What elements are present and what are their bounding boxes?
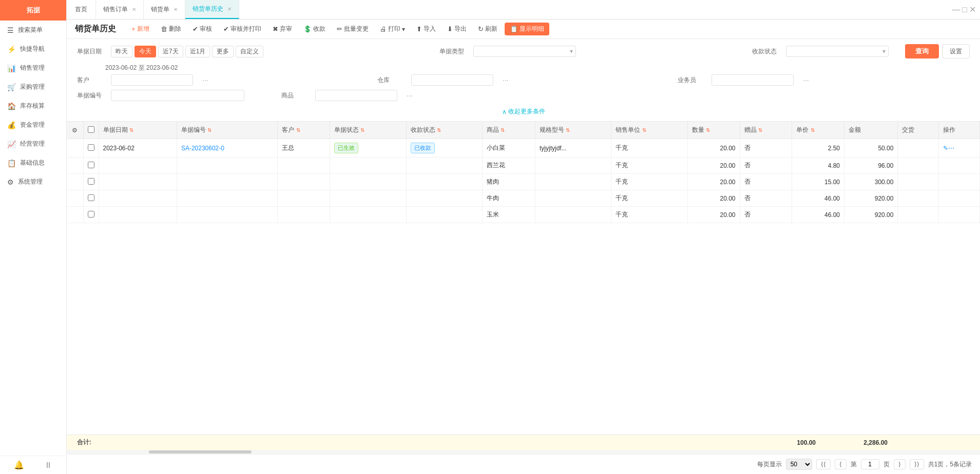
date-btn-today[interactable]: 今天 [134,46,156,57]
last-page-button[interactable]: ⟩⟩ [910,459,924,469]
col-doc-date[interactable]: 单据日期 ⇅ [99,122,177,139]
salesperson-input[interactable] [712,74,794,86]
import-button[interactable]: ⬆ 导入 [412,23,440,35]
add-button[interactable]: + 新增 [127,23,153,35]
sort-icon: ⇅ [437,127,441,133]
per-page-select[interactable]: 50 100 [786,459,812,470]
tabs-bar: 首页 销售订单 ✕ 销货单 ✕ 销货单历史 ✕ — □ ✕ [67,0,980,19]
col-qty[interactable]: 数量 ⇅ [687,122,740,139]
date-btn-more[interactable]: 更多 [212,46,234,57]
row-checkbox[interactable] [88,211,94,218]
audit-print-button[interactable]: ✔ 审核并打印 [219,23,265,35]
sidebar-item-ops[interactable]: 📈 经营管理 [0,134,66,153]
tab-sales-order[interactable]: 销售订单 ✕ [96,0,144,19]
salesperson-ellipsis[interactable]: ··· [803,76,809,84]
pause-icon[interactable]: ⏸ [44,461,52,470]
doc-type-select[interactable] [473,46,576,57]
row-doc-no[interactable] [177,190,278,207]
next-page-button[interactable]: ⟩ [894,459,906,469]
row-checkbox[interactable] [88,162,94,168]
page-number-input[interactable] [861,459,879,469]
col-price[interactable]: 单价 ⇅ [792,122,844,139]
minimize-icon[interactable]: — [952,5,960,14]
row-doc-no[interactable] [177,174,278,190]
sidebar: 拓据 ☰ 搜索菜单 ⚡ 快捷导航 📊 销售管理 🛒 采购管理 🏠 库存核算 💰 … [0,0,67,474]
tab-sales-goods[interactable]: 销货单 ✕ [144,0,185,19]
warehouse-ellipsis[interactable]: ··· [503,76,509,84]
col-check[interactable] [83,122,99,139]
row-checkbox[interactable] [88,178,94,185]
sidebar-item-basic[interactable]: 📋 基础信息 [0,153,66,172]
abandon-button[interactable]: ✖ 弃审 [268,23,296,35]
collapse-button[interactable]: ∧ 收起更多条件 [77,105,970,118]
row-checkbox[interactable] [88,194,94,201]
row-gift: 否 [740,174,792,190]
print-button[interactable]: 🖨 打印 ▾ [376,23,409,35]
col-doc-status[interactable]: 单据状态 ⇅ [330,122,406,139]
date-btn-custom[interactable]: 自定义 [236,46,263,57]
col-collect-status[interactable]: 收款状态 ⇅ [406,122,482,139]
customer-input[interactable] [111,74,193,86]
col-doc-no[interactable]: 单据编号 ⇅ [177,122,278,139]
date-btn-7days[interactable]: 近7天 [158,46,183,57]
sidebar-item-inventory[interactable]: 🏠 库存核算 [0,96,66,115]
col-customer[interactable]: 客户 ⇅ [278,122,330,139]
sidebar-item-search-menu[interactable]: ☰ 搜索菜单 [0,21,66,40]
batch-change-button[interactable]: ✏ 批量变更 [333,23,373,35]
export-button[interactable]: ⬇ 导出 [443,23,471,35]
sidebar-item-sys[interactable]: ⚙ 系统管理 [0,172,66,191]
collect-button[interactable]: 💲 收款 [299,23,330,35]
sidebar-item-finance[interactable]: 💰 资金管理 [0,115,66,134]
col-unit[interactable]: 销售单位 ⇅ [611,122,687,139]
scrollbar-thumb[interactable] [149,450,252,453]
close-window-icon[interactable]: ✕ [969,5,976,14]
sidebar-item-sales[interactable]: 📊 销售管理 [0,58,66,77]
row-qty: 20.00 [687,190,740,207]
collect-status-select[interactable] [786,46,889,57]
more-action[interactable]: ⋯ [948,145,954,152]
maximize-icon[interactable]: □ [962,5,967,14]
row-trade [898,157,939,174]
row-checkbox-cell[interactable] [83,157,99,174]
tab-close-icon[interactable]: ✕ [174,7,178,12]
notification-icon[interactable]: 🔔 [14,460,24,470]
horizontal-scrollbar[interactable] [67,450,980,454]
row-checkbox[interactable] [88,144,94,151]
col-spec[interactable]: 规格型号 ⇅ [535,122,611,139]
tab-sales-history[interactable]: 销货单历史 ✕ [185,0,239,19]
customer-ellipsis[interactable]: ··· [202,76,208,84]
sidebar-item-quick-nav[interactable]: ⚡ 快捷导航 [0,40,66,58]
set-button[interactable]: 设置 [942,44,970,58]
row-doc-no[interactable]: SA-20230602-0 [177,139,278,157]
prev-page-button[interactable]: ⟨ [835,459,847,469]
select-all-checkbox[interactable] [88,126,94,133]
delete-button[interactable]: 🗑 删除 [157,23,185,35]
tab-close-icon[interactable]: ✕ [227,6,232,12]
refresh-button[interactable]: ↻ 刷新 [474,23,502,35]
goods-ellipsis[interactable]: ··· [407,91,413,100]
doc-no-input[interactable] [111,90,244,101]
first-page-button[interactable]: ⟨⟨ [816,459,831,469]
tab-home[interactable]: 首页 [67,0,96,19]
row-checkbox-cell[interactable] [83,139,99,157]
date-btn-yesterday[interactable]: 昨天 [111,46,132,57]
row-doc-no[interactable] [177,157,278,174]
row-trade [898,207,939,223]
row-checkbox-cell[interactable] [83,190,99,207]
date-btn-1month[interactable]: 近1月 [185,46,210,57]
row-checkbox-cell[interactable] [83,174,99,190]
tab-label: 销货单 [151,5,169,14]
warehouse-input[interactable] [411,74,493,86]
display-detail-button[interactable]: 📋 显示明细 [505,23,549,35]
tab-close-icon[interactable]: ✕ [132,7,136,12]
sidebar-item-purchase[interactable]: 🛒 采购管理 [0,77,66,96]
col-gift[interactable]: 赠品 ⇅ [740,122,792,139]
goods-input[interactable] [315,90,397,101]
col-gear[interactable]: ⚙ [67,122,83,139]
row-checkbox-cell[interactable] [83,207,99,223]
row-doc-no[interactable] [177,207,278,223]
edit-action[interactable]: ✎ [943,145,948,152]
col-goods[interactable]: 商品 ⇅ [482,122,535,139]
query-button[interactable]: 查询 [905,44,939,58]
audit-button[interactable]: ✔ 审核 [188,23,216,35]
